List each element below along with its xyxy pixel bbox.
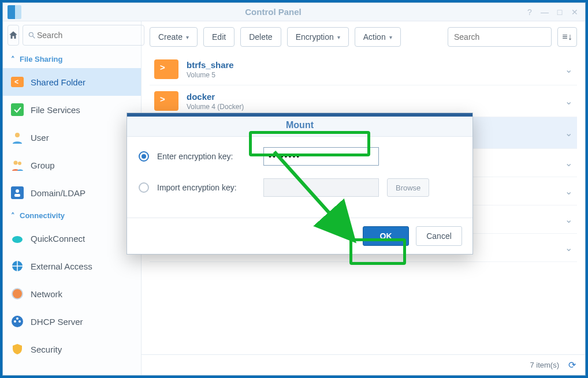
folder-name: btrfs_share <box>187 60 557 70</box>
group-icon <box>11 159 24 171</box>
radio-import-key[interactable] <box>139 182 149 193</box>
action-button[interactable]: Action▾ <box>355 27 401 47</box>
network-icon <box>11 287 24 300</box>
delete-button[interactable]: Delete <box>240 27 281 47</box>
chevron-down-icon[interactable]: ⌄ <box>565 128 572 139</box>
svg-line-1 <box>33 36 35 39</box>
dhcp-icon <box>11 315 24 328</box>
user-icon <box>11 131 24 144</box>
folder-row[interactable]: btrfs_share Volume 5 ⌄ <box>150 54 577 85</box>
sidebar-item-label: File Services <box>31 105 80 115</box>
sidebar-item-user[interactable]: User <box>3 123 141 151</box>
home-button[interactable] <box>8 25 19 46</box>
sidebar-item-quickconnect[interactable]: QuickConnect <box>3 224 141 252</box>
sidebar-item-external-access[interactable]: External Access <box>3 252 141 280</box>
domain-icon <box>11 186 24 199</box>
svg-point-17 <box>18 320 21 323</box>
search-icon <box>28 31 36 39</box>
svg-point-9 <box>16 189 19 193</box>
svg-point-16 <box>14 320 16 323</box>
globe-icon <box>11 260 24 272</box>
refresh-icon[interactable]: ⟳ <box>568 360 576 370</box>
sidebar-item-label: Group <box>31 160 55 170</box>
sidebar-item-label: Shared Folder <box>31 77 85 87</box>
caret-down-icon: ▾ <box>186 34 189 40</box>
window-title: Control Panel <box>21 7 525 17</box>
radio-enter-key[interactable] <box>139 151 149 162</box>
sidebar: ˄ File Sharing < Shared Folder File Serv… <box>3 21 142 375</box>
sidebar-item-label: DHCP Server <box>31 317 83 327</box>
folder-icon <box>154 91 178 111</box>
encryption-key-input[interactable] <box>263 147 379 166</box>
chevron-down-icon[interactable]: ⌄ <box>565 64 572 75</box>
home-icon <box>8 30 18 40</box>
sort-button[interactable]: ≡↓ <box>557 27 577 47</box>
item-count: 7 item(s) <box>530 361 559 369</box>
sidebar-item-domain-ldap[interactable]: Domain/LDAP <box>3 179 141 207</box>
status-bar: 7 item(s) ⟳ <box>142 354 585 375</box>
maximize-icon[interactable]: □ <box>555 8 564 17</box>
svg-point-7 <box>18 162 21 165</box>
sidebar-item-file-services[interactable]: File Services <box>3 96 141 123</box>
sidebar-item-security[interactable]: Security <box>3 335 141 363</box>
chevron-down-icon[interactable]: ⌄ <box>565 158 572 169</box>
svg-text:<: < <box>14 78 18 86</box>
sidebar-item-network[interactable]: Network <box>3 280 141 308</box>
caret-down-icon: ▾ <box>389 34 392 40</box>
app-icon <box>8 5 21 19</box>
sidebar-group-connectivity[interactable]: ˄ Connectivity <box>3 207 141 224</box>
sidebar-item-shared-folder[interactable]: < Shared Folder <box>3 68 141 96</box>
shield-icon <box>11 343 24 355</box>
caret-down-icon: ▾ <box>337 34 340 40</box>
folder-name: docker <box>187 92 557 102</box>
share-folder-icon: < <box>11 76 24 88</box>
svg-point-0 <box>29 32 33 36</box>
chevron-down-icon[interactable]: ⌄ <box>565 242 572 253</box>
sidebar-item-label: External Access <box>31 261 92 271</box>
svg-point-11 <box>12 236 23 243</box>
titlebar: Control Panel ? — □ ✕ <box>3 3 585 21</box>
sidebar-item-dhcp-server[interactable]: DHCP Server <box>3 308 141 335</box>
folder-icon <box>154 59 178 79</box>
folder-sub: Volume 5 <box>187 71 557 79</box>
cloud-icon <box>11 232 24 245</box>
chevron-down-icon[interactable]: ⌄ <box>565 214 572 225</box>
sidebar-item-label: Domain/LDAP <box>31 188 85 198</box>
svg-point-6 <box>14 161 18 165</box>
enter-key-label: Enter encryption key: <box>157 152 255 161</box>
mount-dialog: Mount Enter encryption key: Import encry… <box>126 113 473 255</box>
import-key-path <box>263 178 379 197</box>
sidebar-search[interactable] <box>23 25 144 46</box>
close-icon[interactable]: ✕ <box>570 8 579 17</box>
import-key-label: Import encryption key: <box>157 183 255 192</box>
browse-button: Browse <box>387 178 429 197</box>
chevron-down-icon[interactable]: ⌄ <box>565 96 572 107</box>
help-icon[interactable]: ? <box>525 8 534 17</box>
svg-rect-10 <box>14 194 20 197</box>
encryption-button[interactable]: Encryption▾ <box>287 27 349 47</box>
modal-title: Mount <box>127 117 472 137</box>
svg-point-18 <box>16 317 18 320</box>
file-services-icon <box>11 103 24 116</box>
svg-point-5 <box>15 133 20 137</box>
content-search-input[interactable] <box>453 32 556 42</box>
sidebar-item-group[interactable]: Group <box>3 151 141 179</box>
chevron-down-icon[interactable]: ⌄ <box>565 186 572 197</box>
cancel-button[interactable]: Cancel <box>416 226 462 246</box>
create-button[interactable]: Create▾ <box>150 27 198 47</box>
chevron-up-icon: ˄ <box>11 55 15 63</box>
sidebar-item-label: Network <box>31 289 62 299</box>
ok-button[interactable]: OK <box>363 226 409 246</box>
svg-rect-4 <box>11 103 24 116</box>
sidebar-item-label: Security <box>31 345 62 354</box>
edit-button[interactable]: Edit <box>203 27 235 47</box>
sidebar-group-file-sharing[interactable]: ˄ File Sharing <box>3 50 141 68</box>
control-panel-window: Control Panel ? — □ ✕ ˄ File Sharing <box>2 2 586 376</box>
content-search[interactable] <box>448 27 552 47</box>
toolbar: Create▾ Edit Delete Encryption▾ Action▾ … <box>142 21 585 54</box>
minimize-icon[interactable]: — <box>540 8 549 17</box>
chevron-up-icon: ˄ <box>11 211 15 220</box>
sidebar-search-input[interactable] <box>36 30 139 40</box>
folder-sub: Volume 4 (Docker) <box>187 103 557 111</box>
sidebar-item-label: QuickConnect <box>31 234 85 244</box>
